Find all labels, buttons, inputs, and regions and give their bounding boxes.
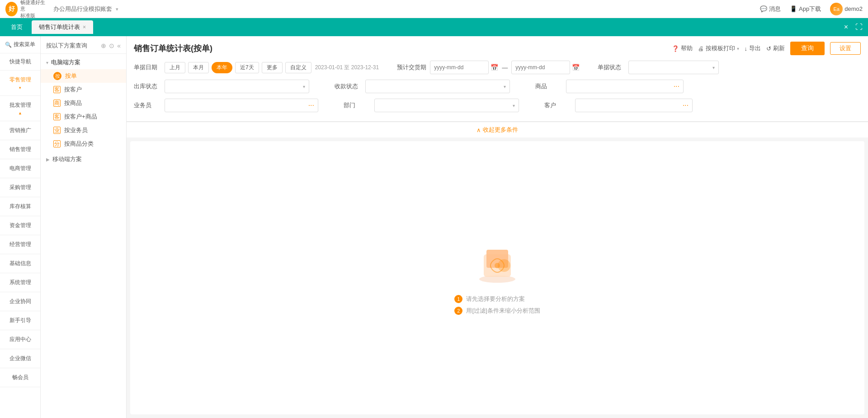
refresh-button[interactable]: ↺ 刷新 [766, 44, 785, 52]
date-btn-this-year[interactable]: 本年 [212, 62, 232, 73]
message-button[interactable]: 💬 消息 [760, 5, 781, 13]
empty-tips: 1 请先选择要分析的方案 2 用[过滤]条件来缩小分析范围 [454, 295, 540, 315]
sidebar-item-guide[interactable]: 新手引导 [0, 311, 40, 330]
help-button[interactable]: ❓ 帮助 [672, 44, 693, 52]
avatar: Ea [830, 3, 843, 15]
sidebar-search[interactable]: 🔍 搜索菜单 [0, 36, 40, 53]
search-icon: 🔍 [5, 42, 12, 48]
scheme-item-by-customer-product[interactable]: 客 按客户+商品 [41, 110, 126, 124]
scheme-item-by-salesperson[interactable]: 业 按业务员 [41, 124, 126, 137]
scheme-item-by-category[interactable]: 分 按商品分类 [41, 137, 126, 151]
sidebar-item-sales[interactable]: 销售管理 [0, 140, 40, 159]
sidebar-item-system[interactable]: 系统管理 [0, 273, 40, 292]
customer-ellipsis-icon[interactable]: ··· [683, 101, 689, 109]
print-button[interactable]: 🖨 按模板打印 ▾ [698, 44, 739, 52]
sidebar-item-marketing[interactable]: 营销推广 [0, 121, 40, 140]
sidebar-item-enterprise[interactable]: 企业协同 [0, 292, 40, 311]
top-bar-actions: 💬 消息 📱 App下载 Ea demo2 [760, 3, 863, 15]
filter-col-customer: 客户 ··· [544, 99, 693, 112]
scheme-group-arrow: ▾ [46, 60, 48, 65]
top-bar-title: 办公用品行业模拟账套 ▾ [53, 5, 753, 13]
window-maximize-icon[interactable]: ⛶ [854, 21, 864, 33]
date-btn-custom[interactable]: 自定义 [285, 62, 311, 73]
date-btn-last-month[interactable]: 上月 [165, 62, 185, 73]
delivery-date-end[interactable] [511, 61, 570, 74]
print-icon: 🖨 [698, 45, 704, 52]
sidebar-item-apps[interactable]: 应用中心 [0, 330, 40, 349]
filter-col-department: 部门 ▾ [344, 99, 519, 112]
scheme-panel-icons: ⊕ ⊙ « [101, 42, 121, 49]
tab-home[interactable]: 首页 [4, 20, 30, 34]
settings-button[interactable]: 设置 [830, 42, 861, 55]
collapse-scheme-icon[interactable]: « [117, 42, 121, 49]
sidebar-item-wechat[interactable]: 企业微信 [0, 349, 40, 368]
delivery-status-select[interactable]: ▾ [165, 80, 309, 93]
calendar-start-icon[interactable]: 📅 [491, 64, 498, 71]
scheme-item-by-customer[interactable]: 客 按客户 [41, 83, 126, 96]
sidebar-item-purchase[interactable]: 采购管理 [0, 178, 40, 197]
export-button[interactable]: ↓ 导出 [745, 44, 761, 52]
salesperson-select[interactable]: ··· [165, 99, 318, 112]
date-btn-this-month[interactable]: 本月 [188, 62, 209, 73]
user-avatar[interactable]: Ea demo2 [830, 3, 863, 15]
page-actions: ❓ 帮助 🖨 按模板打印 ▾ ↓ 导出 ↺ [672, 42, 861, 55]
sidebar-item-member[interactable]: 畅会员 [0, 368, 40, 387]
collapse-button[interactable]: ∧ 收起更多条件 [476, 126, 518, 134]
sidebar-item-wholesale[interactable]: 批发管理 ▲ [0, 96, 40, 121]
sidebar-item-retail[interactable]: 零售管理 ▾ [0, 71, 40, 96]
window-close-icon[interactable]: × [842, 21, 850, 33]
date-input-end: 📅 [511, 61, 580, 74]
tab-active[interactable]: 销售订单统计表 × [32, 20, 93, 34]
tab-close-icon[interactable]: × [83, 24, 86, 30]
scheme-item-by-order[interactable]: 按 按单 [41, 69, 126, 83]
sidebar-item-ecommerce[interactable]: 电商管理 [0, 159, 40, 178]
payment-status-select[interactable]: ▾ [365, 80, 510, 93]
settings-scheme-icon[interactable]: ⊙ [109, 42, 114, 49]
sidebar-item-operations[interactable]: 经营管理 [0, 235, 40, 254]
date-btn-7days[interactable]: 近7天 [235, 62, 259, 73]
filter-col-order-status: 单据状态 ▾ [598, 61, 719, 74]
help-icon: ❓ [672, 45, 679, 52]
product-ellipsis-icon[interactable]: ··· [674, 82, 679, 90]
date-btn-more[interactable]: 更多 [262, 62, 283, 73]
customer-label: 客户 [544, 101, 571, 109]
logo-text: 畅捷通好生意 标准版 [20, 0, 46, 19]
sidebar-quick-nav[interactable]: 快捷导航 [0, 53, 40, 71]
scheme-group-pc-header[interactable]: ▾ 电脑端方案 [41, 56, 126, 69]
right-panel-header: 销售订单统计表(按单) ❓ 帮助 🖨 按模板打印 ▾ ↓ [127, 36, 868, 122]
logo-icon: 好 [5, 2, 18, 16]
scheme-group-pc: ▾ 电脑端方案 按 按单 客 按客户 商 按商品 客 按客户+商品 [41, 56, 126, 151]
scheme-item-by-product[interactable]: 商 按商品 [41, 96, 126, 110]
department-select[interactable]: ▾ [374, 99, 519, 112]
sidebar-item-basic[interactable]: 基础信息 [0, 254, 40, 273]
product-select[interactable]: ··· [566, 80, 684, 93]
payment-status-arrow: ▾ [504, 84, 506, 89]
scheme-group-mobile-header[interactable]: ▶ 移动端方案 [41, 152, 126, 166]
scheme-group-mobile: ▶ 移动端方案 [41, 152, 126, 166]
filter-row-2: 出库状态 ▾ 收款状态 ▾ 商品 [134, 80, 861, 93]
empty-tip-1: 1 请先选择要分析的方案 [454, 295, 540, 303]
salesperson-ellipsis-icon[interactable]: ··· [308, 101, 314, 109]
export-icon: ↓ [745, 45, 748, 52]
sidebar-item-inventory[interactable]: 库存核算 [0, 197, 40, 216]
scheme-item-icon-product: 商 [53, 100, 61, 107]
sidebar-item-finance[interactable]: 资金管理 [0, 216, 40, 235]
collapse-icon: ∧ [476, 127, 481, 133]
app-download-button[interactable]: 📱 App下载 [790, 5, 821, 13]
scheme-badge: 按 [53, 72, 61, 80]
download-icon: 📱 [790, 5, 797, 12]
add-scheme-icon[interactable]: ⊕ [101, 42, 106, 49]
query-button[interactable]: 查询 [790, 42, 825, 55]
top-bar: 好 畅捷通好生意 标准版 办公用品行业模拟账套 ▾ 💬 消息 📱 App下载 E… [0, 0, 868, 18]
tab-bar: 首页 销售订单统计表 × × ⛶ [0, 18, 868, 36]
salesperson-label: 业务员 [134, 101, 161, 109]
customer-select[interactable]: ··· [575, 99, 693, 112]
order-status-select[interactable]: ▾ [628, 61, 719, 74]
page-title: 销售订单统计表(按单) [134, 43, 212, 54]
calendar-end-icon[interactable]: 📅 [572, 64, 580, 71]
delivery-date-start[interactable] [430, 61, 489, 74]
tip-num-2: 2 [454, 307, 462, 315]
collapse-bar[interactable]: ∧ 收起更多条件 [127, 122, 868, 138]
filter-col-salesperson: 业务员 ··· [134, 99, 318, 112]
scheme-panel-header: 按以下方案查询 ⊕ ⊙ « [41, 40, 126, 54]
